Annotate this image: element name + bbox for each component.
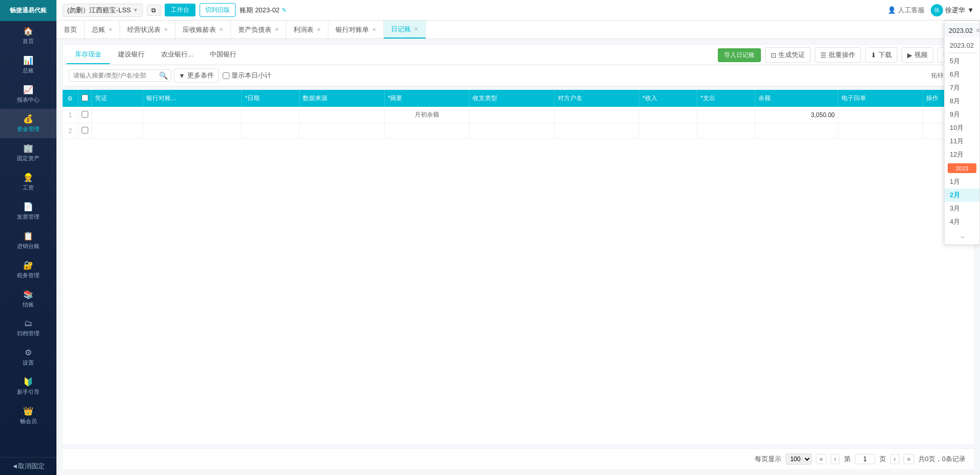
scroll-down-button[interactable]: ⌄ <box>945 229 979 242</box>
tax-icon: 🔐 <box>23 260 33 270</box>
page-last-button[interactable]: » <box>904 454 914 464</box>
tab-ledger[interactable]: 总账 ✕ <box>85 21 120 39</box>
sidebar-item-ledger[interactable]: 📊 总账 <box>0 50 56 80</box>
sidebar-item-tax[interactable]: 🔐 税务管理 <box>0 255 56 284</box>
tab-home[interactable]: 首页 <box>56 21 85 39</box>
row-1-check[interactable] <box>78 107 91 123</box>
tab-close-balance[interactable]: ✕ <box>275 27 279 32</box>
avatar: 徐 <box>931 4 943 16</box>
row-2-check[interactable] <box>78 123 91 139</box>
row-2-balance <box>755 123 838 139</box>
tab-close-bank[interactable]: ✕ <box>372 27 376 32</box>
page-number-input[interactable] <box>855 454 875 464</box>
sidebar-item-archive[interactable]: 🗂 归档管理 <box>0 314 56 343</box>
human-service-button[interactable]: 👤 人工客服 <box>888 6 925 15</box>
row-2-counterpart <box>554 123 639 139</box>
sidebar-item-assets[interactable]: 🏢 固定资产 <box>0 138 56 167</box>
tab-journal[interactable]: 日记账 ✕ <box>384 21 426 39</box>
currency-label: 拓锌: <box>931 71 945 80</box>
sidebar-item-label: 发票管理 <box>17 213 40 221</box>
generate-voucher-button[interactable]: ⊡ 生成凭证 <box>765 47 811 63</box>
settings-icon: ⚙ <box>25 348 32 357</box>
company-selector[interactable]: (勿删）江西赔宝-LSS ▼ <box>63 4 143 17</box>
sidebar-item-close[interactable]: 📚 结账 <box>0 284 56 314</box>
tab-ar-aging[interactable]: 应收账龄表 ✕ <box>175 21 231 39</box>
row-1-expense <box>697 107 755 123</box>
date-panel-month-9[interactable]: 9月 <box>945 108 979 121</box>
col-settings[interactable]: ⚙ <box>63 90 78 107</box>
sub-tab-construction-bank[interactable]: 建设银行 <box>110 46 153 64</box>
user-menu[interactable]: 徐 徐逻华 ▼ <box>931 4 974 16</box>
vip-icon: 👑 <box>23 406 33 416</box>
search-button[interactable]: 🔍 <box>157 69 170 82</box>
app-logo[interactable]: 畅捷通易代账 <box>0 0 56 21</box>
page-unit: 页 <box>879 454 886 464</box>
sidebar-item-label: 新手引导 <box>17 388 40 396</box>
sidebar-item-home[interactable]: 🏠 首页 <box>0 21 56 50</box>
import-journal-button[interactable]: 导入日记账 <box>718 48 761 62</box>
daily-subtotal-check[interactable] <box>223 72 229 79</box>
page-first-button[interactable]: « <box>816 454 827 464</box>
tab-close-ar[interactable]: ✕ <box>219 27 223 32</box>
batch-operation-button[interactable]: ☰ 批量操作 <box>815 47 861 63</box>
sub-tab-agricultural-bank[interactable]: 农业银行... <box>153 46 202 64</box>
col-income-type: 收支类型 <box>469 90 554 107</box>
show-daily-subtotal-checkbox[interactable]: 显示本日小计 <box>223 71 271 80</box>
col-check[interactable] <box>78 90 91 107</box>
date-panel-month-5[interactable]: 5月 <box>945 54 979 68</box>
row-2-e-bill <box>838 123 923 139</box>
sidebar-item-guide[interactable]: 🔰 新手引导 <box>0 372 56 401</box>
download-button[interactable]: ⬇ 下载 <box>865 47 897 63</box>
chevron-down-icon: ▼ <box>133 7 138 13</box>
date-panel-month-4[interactable]: 4月 <box>945 215 979 229</box>
sidebar-item-invoice[interactable]: 📄 发票管理 <box>0 197 56 226</box>
date-panel-month-8[interactable]: 8月 <box>945 94 979 108</box>
period-info: 账期 2023-02 ✎ <box>240 6 287 15</box>
date-panel-year-label: 2023.02 <box>949 27 973 34</box>
close-date-panel-button[interactable]: × <box>973 25 980 35</box>
unpin-sidebar-button[interactable]: ◄取消固定 <box>0 457 56 475</box>
page-prev-button[interactable]: ‹ <box>831 454 840 464</box>
col-expense: *支出 <box>697 90 755 107</box>
date-panel-month-1[interactable]: 1月 <box>945 175 979 188</box>
tab-business-status[interactable]: 经营状况表 ✕ <box>120 21 175 39</box>
date-panel-month-12[interactable]: 12月 <box>945 148 979 161</box>
date-panel-month-10[interactable]: 10月 <box>945 121 979 135</box>
sidebar-item-payroll[interactable]: 👷 工资 <box>0 167 56 197</box>
tab-close-journal[interactable]: ✕ <box>414 26 418 32</box>
date-panel-month-11[interactable]: 11月 <box>945 135 979 148</box>
video-button[interactable]: ▶ 视频 <box>901 47 933 63</box>
old-version-button[interactable]: 切到旧版 <box>200 3 236 17</box>
row-2-summary <box>384 123 469 139</box>
tab-bank-statement[interactable]: 银行对账单 ✕ <box>328 21 384 39</box>
date-panel-month-2[interactable]: 2月 <box>945 188 979 202</box>
date-panel-month-7[interactable]: 7月 <box>945 81 979 94</box>
row-2-voucher <box>91 123 143 139</box>
payroll-icon: 👷 <box>23 173 33 182</box>
guide-icon: 🔰 <box>23 377 33 387</box>
sidebar-item-vip[interactable]: 👑 畅会员 <box>0 401 56 430</box>
sidebar-item-reports[interactable]: 📈 报表中心 <box>0 80 56 109</box>
sidebar-item-purchase-sales[interactable]: 📋 进销台账 <box>0 226 56 255</box>
more-filter-button[interactable]: ▼ 更多条件 <box>174 68 219 83</box>
search-input[interactable] <box>69 69 171 82</box>
period-edit-icon[interactable]: ✎ <box>282 7 287 14</box>
per-page-select[interactable]: 100 50 200 <box>786 453 812 465</box>
tab-balance-sheet[interactable]: 资产负债表 ✕ <box>231 21 286 39</box>
date-panel-month-6[interactable]: 6月 <box>945 68 979 81</box>
sidebar-item-finance[interactable]: 💰 资金管理 <box>0 109 56 138</box>
row-2-date <box>242 123 300 139</box>
tab-close-ledger[interactable]: ✕ <box>108 27 112 32</box>
sidebar-item-settings[interactable]: ⚙ 设置 <box>0 343 56 372</box>
workbench-button[interactable]: 工作台 <box>165 4 195 16</box>
date-panel-month-3[interactable]: 3月 <box>945 202 979 215</box>
tab-close-income[interactable]: ✕ <box>317 27 321 32</box>
page-next-button[interactable]: › <box>890 454 899 464</box>
copy-button[interactable]: ⧉ <box>147 5 161 16</box>
select-all-checkbox[interactable] <box>82 94 88 101</box>
date-panel: 2023.02 × 2023.02 5月 6月 7月 8月 9月 10月 11月… <box>944 21 980 245</box>
tab-income[interactable]: 利润表 ✕ <box>286 21 328 39</box>
sub-tab-china-bank[interactable]: 中国银行 <box>202 46 245 64</box>
tab-close-business[interactable]: ✕ <box>164 27 168 32</box>
sub-tab-cash[interactable]: 库存现金 <box>67 46 110 64</box>
